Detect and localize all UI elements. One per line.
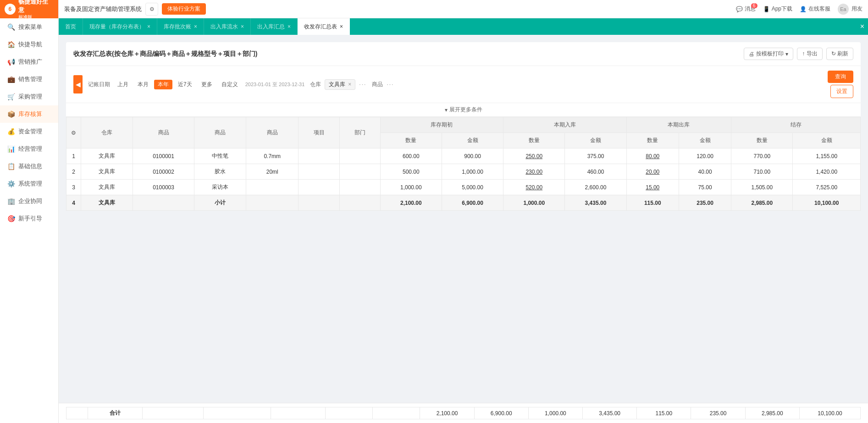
total-bal-qty: 2,985.00: [745, 407, 799, 419]
page-title: 收发存汇总表(按仓库＋商品编码＋商品＋规格型号＋项目＋部门): [73, 50, 257, 58]
sidebar-item-newbie[interactable]: 🎯 新手引导: [0, 210, 58, 227]
trial-button[interactable]: 体验行业方案: [162, 3, 206, 15]
sidebar-item-purchase[interactable]: 🛒 采购管理: [0, 88, 58, 105]
row-in-qty[interactable]: 230.00: [503, 164, 565, 180]
sidebar-item-quick[interactable]: 🏠 快捷导航: [0, 36, 58, 53]
tab-stock-summary[interactable]: 收发存汇总表 ×: [298, 18, 350, 35]
tab-inventory-distribution[interactable]: 现存量（库存分布表） ×: [83, 18, 157, 35]
tab-inout-flow[interactable]: 出入库流水 ×: [204, 18, 251, 35]
row-bal-qty: 1,505.00: [731, 180, 793, 195]
row-no: 2: [66, 164, 81, 180]
settings-button[interactable]: ⚙: [145, 3, 158, 16]
sidebar-item-label: 企业协同: [18, 197, 42, 205]
row-warehouse: 文具库: [81, 164, 133, 180]
total-init-qty: 2,100.00: [420, 407, 474, 419]
filter-toggle-button[interactable]: ◀: [73, 75, 83, 93]
th-init-qty: 数量: [380, 133, 442, 148]
th-project: 项目: [299, 117, 339, 148]
search-icon: 🔍: [7, 23, 15, 31]
export-button[interactable]: ↑ 导出: [797, 48, 822, 60]
sidebar-item-search[interactable]: 🔍 搜索菜单: [0, 18, 58, 36]
avatar: Ea: [838, 4, 849, 15]
user-area[interactable]: Ea 用友: [838, 4, 862, 15]
goods-dots[interactable]: ···: [387, 81, 394, 88]
tab-close-icon[interactable]: ×: [147, 24, 150, 29]
row-out-qty[interactable]: 80.00: [626, 148, 679, 164]
app-subtitle: 标准版: [18, 14, 54, 21]
sidebar-item-operations[interactable]: 📊 经营管理: [0, 140, 58, 158]
tab-close-icon[interactable]: ×: [194, 24, 197, 29]
tab-batch-account[interactable]: 库存批次账 ×: [157, 18, 204, 35]
close-all-icon[interactable]: ×: [860, 22, 864, 31]
app-name: 畅捷通好生意: [18, 0, 54, 14]
table-header-group-row: ⚙ 仓库 商品 商品 商品 项目 部门 库存期初 本期入库 本期出库 结存: [66, 117, 861, 133]
warehouse-tag-close[interactable]: ×: [348, 81, 351, 88]
finance-icon: 💰: [7, 128, 15, 135]
message-btn[interactable]: 💬 消息 6: [736, 5, 756, 13]
th-out-qty: 数量: [626, 133, 679, 148]
warehouse-filter-row: 仓库 文具库 × ···: [310, 79, 366, 90]
warehouse-dots[interactable]: ···: [359, 81, 366, 88]
tab-inout-summary[interactable]: 出入库汇总 ×: [251, 18, 298, 35]
sidebar-item-basic[interactable]: 📋 基础信息: [0, 158, 58, 175]
online-service-btn[interactable]: 👤 在线客服: [800, 5, 830, 13]
date-btn-last-month[interactable]: 上月: [114, 80, 132, 89]
enterprise-icon: 🏢: [7, 198, 15, 205]
row-init-qty: 1,000.00: [380, 180, 442, 195]
sidebar-item-label: 资金管理: [18, 127, 42, 136]
sidebar-item-enterprise[interactable]: 🏢 企业协同: [0, 192, 58, 210]
sidebar-item-label: 销售管理: [18, 75, 42, 83]
row-out-qty[interactable]: 20.00: [626, 164, 679, 180]
total-out-qty: 115.00: [637, 407, 691, 419]
sidebar-item-sales[interactable]: 💼 销售管理: [0, 71, 58, 88]
newbie-icon: 🎯: [7, 215, 15, 222]
sidebar-item-inventory[interactable]: 📦 库存核算: [0, 105, 58, 123]
total-empty6: [372, 407, 420, 419]
date-btn-this-month[interactable]: 本月: [134, 80, 152, 89]
row-code: 0100002: [133, 164, 194, 180]
refresh-button[interactable]: ↻ 刷新: [826, 48, 853, 60]
th-dept: 部门: [339, 117, 380, 148]
row-in-qty[interactable]: 250.00: [503, 148, 565, 164]
settings-filter-button[interactable]: 设置: [830, 85, 853, 98]
header-left: 装备及固定资产辅助管理系统 ⚙ 体验行业方案: [64, 3, 206, 16]
sidebar-item-label: 系统管理: [18, 180, 42, 188]
row-in-qty: 1,000.00: [503, 195, 565, 211]
row-name: 采访本: [194, 180, 246, 195]
home-icon: 🏠: [7, 41, 15, 48]
query-button[interactable]: 查询: [828, 71, 853, 83]
sidebar-item-finance[interactable]: 💰 资金管理: [0, 123, 58, 140]
expand-button[interactable]: ▾ 展开更多条件: [445, 106, 482, 114]
tab-home[interactable]: 首页: [59, 18, 83, 35]
row-dept: [339, 195, 380, 211]
date-btn-custom[interactable]: 自定义: [218, 80, 242, 89]
row-spec: [246, 195, 299, 211]
tab-label: 出入库汇总: [257, 23, 285, 31]
expand-bar: ▾ 展开更多条件: [66, 103, 861, 117]
tab-close-icon[interactable]: ×: [287, 24, 291, 29]
row-out-amt: 75.00: [679, 180, 731, 195]
print-button[interactable]: 🖨 按模板打印 ▾: [744, 48, 793, 60]
tab-close-icon[interactable]: ×: [241, 24, 244, 29]
date-btn-7days[interactable]: 近7天: [174, 80, 196, 89]
row-bal-qty: 770.00: [731, 148, 793, 164]
th-bal-amt: 金额: [793, 133, 861, 148]
logo-icon: 6: [5, 4, 16, 15]
total-row: 合计 2,100.00 6,900.00 1,000.00 3,435.00 1…: [66, 407, 861, 419]
sidebar-item-label: 库存核算: [18, 110, 42, 118]
date-btn-this-year[interactable]: 本年: [154, 80, 172, 89]
row-in-qty[interactable]: 520.00: [503, 180, 565, 195]
tab-close-icon[interactable]: ×: [340, 24, 343, 29]
tab-bar-close[interactable]: ×: [860, 18, 868, 35]
operations-icon: 📊: [7, 145, 15, 153]
tab-label: 收发存汇总表: [304, 23, 337, 31]
row-out-qty[interactable]: 15.00: [626, 180, 679, 195]
app-download-btn[interactable]: 📱 App下载: [763, 5, 792, 13]
row-name: 胶水: [194, 164, 246, 180]
total-in-amt: 3,435.00: [583, 407, 637, 419]
sidebar-item-marketing[interactable]: 📢 营销推广: [0, 53, 58, 71]
date-btn-more[interactable]: 更多: [198, 80, 216, 89]
tab-bar: 首页 现存量（库存分布表） × 库存批次账 × 出入库流水 × 出入库汇总 × …: [59, 18, 868, 35]
sidebar-item-system[interactable]: ⚙️ 系统管理: [0, 175, 58, 192]
row-warehouse: 文具库: [81, 148, 133, 164]
